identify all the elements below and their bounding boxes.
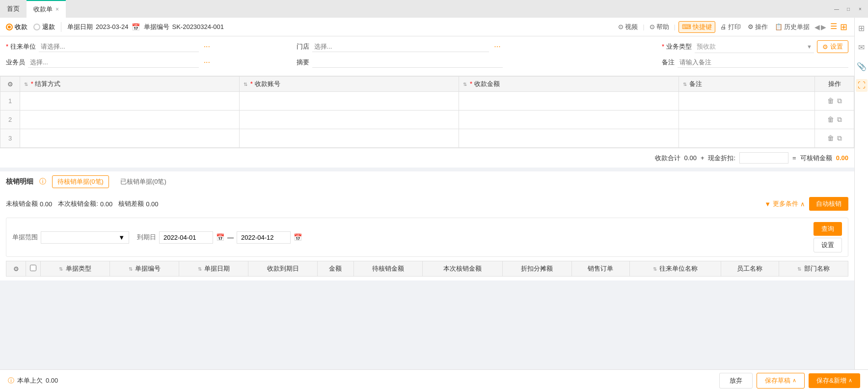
sidebar-attachment-icon[interactable]: 📎 [855, 60, 868, 73]
verify-form: 单据范围 ▼ 到期日 📅 — 📅 查询 设置 [6, 218, 848, 257]
minimize-button[interactable]: — [833, 5, 841, 13]
bottom-col-setting[interactable]: ⚙ [6, 261, 26, 277]
stat-unchecked: 未核销金额 0.00 [6, 199, 52, 208]
save-draft-button[interactable]: 保存草稿 ∧ [757, 373, 805, 389]
this-label: 本次核销金额: [58, 199, 98, 208]
tab-active[interactable]: 收款单 × [27, 0, 66, 18]
sidebar-table-icon[interactable]: ⊞ [856, 22, 867, 35]
business-type-select[interactable]: 预收款 ▼ [695, 41, 814, 53]
row-1-account[interactable] [240, 92, 459, 111]
print-action[interactable]: 🖨 打印 [718, 22, 743, 32]
table-gear-icon[interactable]: ⚙ [7, 81, 13, 88]
row-2-amount[interactable] [459, 111, 678, 129]
save-draft-chevron-icon: ∧ [792, 377, 796, 384]
calendar-icon[interactable]: 📅 [132, 23, 140, 31]
row-3-amount[interactable] [459, 129, 678, 148]
row-1-amount[interactable] [459, 92, 678, 111]
layout-list-icon[interactable]: ☰ [829, 21, 838, 33]
video-action[interactable]: ⊙ 视频 [616, 22, 640, 32]
verify-stats: 未核销金额 0.00 本次核销金额: 0.00 核销差额 0.00 ▼ 更多条件… [6, 192, 848, 216]
tab-home[interactable]: 首页 [0, 0, 27, 18]
radio-refund[interactable]: 退款 [33, 23, 55, 31]
toolbar-sep-1 [61, 22, 61, 32]
nav-left-icon[interactable]: ◀ [814, 23, 820, 31]
sum-label-2: 现金折扣: [708, 154, 735, 163]
col-setting[interactable]: ⚙ [0, 77, 20, 92]
partner-more-icon[interactable]: ··· [202, 42, 212, 51]
row-2-settlement[interactable] [20, 111, 240, 129]
calendar-start-icon[interactable]: 📅 [216, 233, 224, 241]
filter-icon: ▼ [764, 200, 771, 208]
auto-verify-button[interactable]: 自动核销 [809, 197, 848, 211]
row-2-delete-icon[interactable]: 🗑 [827, 115, 834, 124]
employee-more-icon[interactable]: ··· [202, 58, 212, 67]
row-2-account[interactable] [240, 111, 459, 129]
bottom-col-employee: 员工名称 [721, 261, 779, 277]
range-select[interactable]: ▼ [41, 231, 129, 244]
verify-settings-label: 设置 [821, 241, 834, 249]
save-new-button[interactable]: 保存&新增 ∧ [809, 373, 860, 388]
row-3-settlement[interactable] [20, 129, 240, 148]
bottom-col-partner-name: ⇅ 往来单位名称 [629, 261, 721, 277]
select-all-checkbox[interactable] [30, 265, 36, 271]
remark-input[interactable] [678, 57, 848, 68]
shortcut-action[interactable]: ⌨ 快捷键 [678, 21, 715, 33]
operate-action[interactable]: ⚙ 操作 [746, 22, 770, 32]
sort-icon-remark: ⇅ [683, 82, 687, 87]
nav-arrows: ◀ ▶ [814, 23, 826, 31]
window-controls: — □ × [833, 5, 868, 13]
bottom-col-sales-order: 销售订单 [571, 261, 629, 277]
bottom-gear-icon[interactable]: ⚙ [13, 265, 19, 273]
row-3-account[interactable] [240, 129, 459, 148]
sum-label-1: 收款合计 [655, 154, 680, 163]
help-icon: ⊙ [650, 23, 655, 30]
history-action[interactable]: 📋 历史单据 [773, 22, 812, 32]
maximize-button[interactable]: □ [844, 5, 852, 13]
bottom-col-amount: 金额 [317, 261, 353, 277]
abandon-button[interactable]: 放弃 [719, 373, 753, 389]
tab-done[interactable]: 已核销单据(0笔) [115, 175, 172, 188]
store-input[interactable] [312, 41, 489, 52]
number-field: 单据编号 SK-20230324-001 [144, 23, 224, 31]
row-1-remark[interactable] [678, 92, 814, 111]
settings-button[interactable]: ⚙ 设置 [817, 40, 848, 53]
row-3-copy-icon[interactable]: ⧉ [837, 134, 842, 142]
cash-discount-input[interactable] [739, 152, 788, 164]
partner-input[interactable] [39, 41, 199, 52]
tab-pending[interactable]: 待核销单据(0笔) [52, 175, 109, 188]
save-draft-label: 保存草稿 [765, 376, 790, 385]
help-action[interactable]: ⊙ 帮助 [648, 22, 671, 32]
row-2-remark[interactable] [678, 111, 814, 129]
row-3-delete-icon[interactable]: 🗑 [827, 134, 834, 142]
close-button[interactable]: × [856, 5, 864, 13]
sidebar-email-icon[interactable]: ✉ [856, 41, 867, 54]
row-3-remark[interactable] [678, 129, 814, 148]
due-date-end-input[interactable] [237, 231, 291, 244]
row-2-copy-icon[interactable]: ⧉ [837, 115, 842, 124]
sidebar-screenshot-icon[interactable]: ⛶ [856, 79, 868, 92]
row-1-copy-icon[interactable]: ⧉ [837, 97, 842, 105]
diff-value: 0.00 [146, 200, 158, 208]
verify-settings-button[interactable]: 设置 [814, 238, 842, 252]
operate-icon: ⚙ [748, 23, 754, 30]
sum-equals: = [792, 154, 796, 162]
bottom-col-checkbox[interactable] [26, 261, 41, 277]
calendar-end-icon[interactable]: 📅 [294, 233, 302, 241]
radio-receive[interactable]: 收款 [6, 23, 27, 31]
nav-right-icon[interactable]: ▶ [821, 23, 826, 31]
employee-input[interactable] [28, 57, 199, 68]
more-conditions-btn[interactable]: ▼ 更多条件 ∧ [764, 199, 805, 208]
verify-info-icon[interactable]: ⓘ [39, 177, 46, 186]
date-field: 单据日期 2023-03-24 📅 [67, 23, 140, 31]
row-1-delete-icon[interactable]: 🗑 [827, 97, 834, 105]
store-more-icon[interactable]: ··· [492, 42, 502, 51]
tab-close-icon[interactable]: × [55, 6, 59, 13]
range-chevron-icon: ▼ [118, 234, 125, 241]
tab-home-label: 首页 [7, 4, 20, 13]
radio-refund-dot [33, 24, 40, 30]
layout-grid-icon[interactable]: ⊞ [839, 21, 848, 33]
query-button[interactable]: 查询 [814, 222, 842, 236]
due-date-start-input[interactable] [159, 231, 213, 244]
summary-input[interactable] [312, 57, 503, 68]
row-1-settlement[interactable] [20, 92, 240, 111]
